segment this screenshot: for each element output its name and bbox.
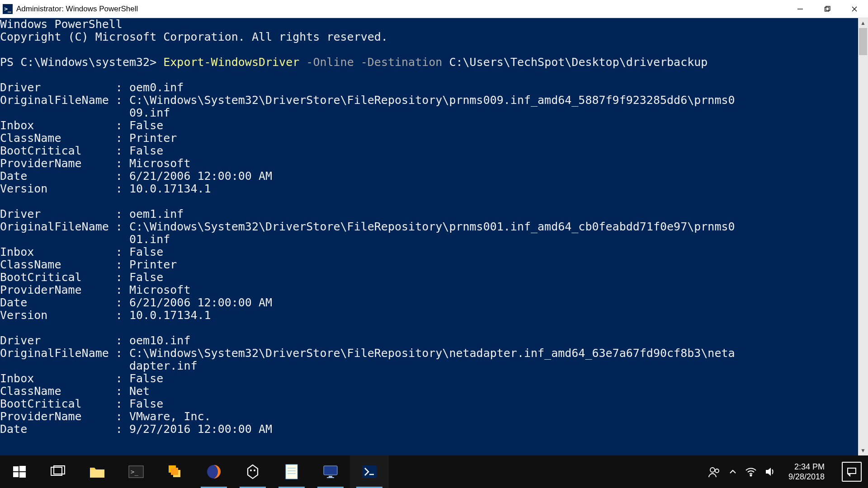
svg-rect-24 [324, 466, 337, 475]
svg-rect-1 [825, 7, 829, 11]
file-explorer-icon [89, 464, 105, 480]
foobar-icon [245, 464, 261, 480]
powershell-taskbar-icon [361, 464, 377, 480]
volume-icon[interactable] [765, 467, 776, 477]
scrollbar[interactable]: ▲ ▼ [858, 18, 868, 455]
terminal-output[interactable]: Windows PowerShell Copyright (C) Microso… [0, 18, 858, 455]
svg-rect-20 [286, 465, 297, 479]
maximize-button[interactable] [814, 0, 841, 18]
svg-rect-6 [19, 466, 26, 471]
svg-rect-27 [362, 465, 377, 478]
svg-rect-7 [13, 472, 19, 477]
tray-chevron-up-icon[interactable] [729, 468, 737, 476]
svg-rect-5 [13, 466, 19, 471]
vmware-icon [167, 464, 183, 480]
svg-rect-16 [171, 468, 178, 475]
titlebar[interactable]: >_ Administrator: Windows PowerShell [0, 0, 868, 18]
taskbar-vmware[interactable] [156, 455, 194, 488]
svg-rect-2 [826, 6, 830, 10]
action-center-button[interactable] [842, 462, 862, 482]
taskbar-file-explorer[interactable] [78, 455, 117, 488]
taskbar-firefox[interactable] [194, 455, 233, 488]
notepad-icon [283, 464, 300, 480]
clock-date: 9/28/2018 [788, 472, 825, 482]
taskbar-powershell[interactable] [350, 455, 389, 488]
taskbar-foobar[interactable] [233, 455, 272, 488]
taskbar-monitor[interactable] [311, 455, 350, 488]
svg-text:>_: >_ [131, 468, 138, 476]
window-title: Administrator: Windows PowerShell [16, 5, 138, 14]
system-tray: 2:34 PM 9/28/2018 [708, 462, 868, 482]
notification-icon [847, 467, 857, 477]
monitor-icon [322, 464, 339, 480]
taskbar-clock[interactable]: 2:34 PM 9/28/2018 [784, 462, 829, 482]
taskbar-notepad[interactable] [272, 455, 311, 488]
windows-logo-icon [12, 465, 27, 479]
task-view-icon [51, 465, 66, 478]
people-icon[interactable] [708, 465, 721, 478]
svg-rect-26 [327, 477, 334, 478]
close-button[interactable] [841, 0, 868, 18]
wifi-icon[interactable] [745, 467, 757, 477]
terminal-icon: >_ [128, 464, 144, 480]
svg-point-30 [715, 469, 719, 473]
scrollbar-track[interactable] [858, 28, 868, 446]
svg-point-31 [750, 475, 751, 476]
start-button[interactable] [0, 455, 39, 488]
scroll-up-arrow-icon[interactable]: ▲ [858, 18, 868, 28]
minimize-button[interactable] [787, 0, 814, 18]
svg-point-29 [710, 468, 715, 472]
task-view-button[interactable] [39, 455, 78, 488]
scrollbar-thumb[interactable] [859, 28, 867, 55]
powershell-window: >_ Administrator: Windows PowerShell Win… [0, 0, 868, 455]
firefox-icon [206, 464, 222, 480]
svg-rect-32 [848, 468, 856, 474]
svg-rect-25 [329, 476, 332, 477]
taskbar: >_ [0, 455, 868, 488]
svg-point-18 [250, 469, 252, 471]
svg-point-19 [254, 469, 255, 471]
taskbar-terminal[interactable]: >_ [117, 455, 156, 488]
svg-rect-11 [90, 469, 104, 478]
scroll-down-arrow-icon[interactable]: ▼ [858, 446, 868, 455]
svg-rect-8 [19, 472, 26, 478]
clock-time: 2:34 PM [788, 462, 825, 472]
powershell-icon: >_ [3, 4, 13, 14]
